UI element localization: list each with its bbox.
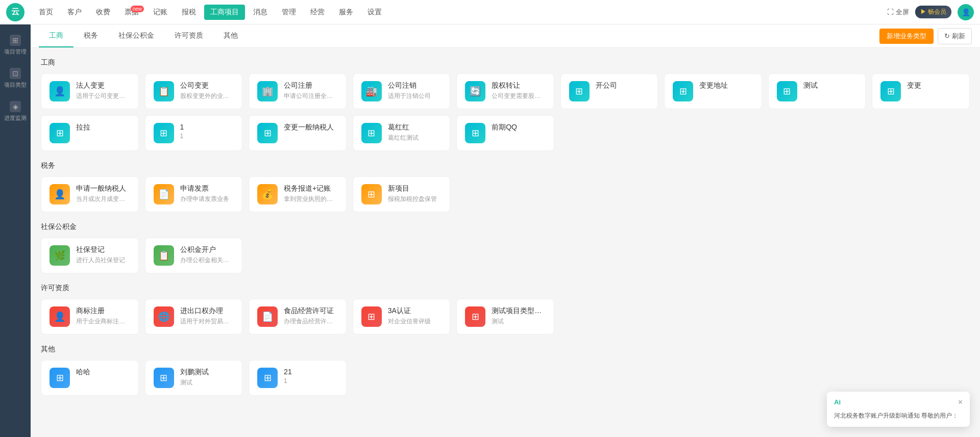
nav-tax[interactable]: 报税 xyxy=(176,5,202,20)
card-icon-lala: ⊞ xyxy=(50,123,70,143)
card-title-food-license: 食品经营许可证 xyxy=(284,306,338,316)
nav-settings[interactable]: 设置 xyxy=(361,5,388,20)
card-change1[interactable]: ⊞ 变更 xyxy=(872,73,970,109)
right-actions: ⛶ 全屏 ▶ 畅会员 👤 xyxy=(887,4,974,20)
card-mahonghong[interactable]: ⊞ 葛红红 葛红红测试 xyxy=(353,115,451,151)
nav-items: 首页 客户 收费 票据 new 记账 报税 工商项目 消息 管理 经营 服务 设… xyxy=(33,5,887,20)
nav-services[interactable]: 服务 xyxy=(333,5,359,20)
card-desc-trademark: 用于企业商标注册服务 xyxy=(76,317,130,326)
refresh-button[interactable]: ↻ 刷新 xyxy=(938,28,972,44)
card-test1[interactable]: ⊞ 测试 xyxy=(768,73,866,109)
card-desc-food-license: 办理食品经营许可证 xyxy=(284,317,338,326)
social-section-title: 社保公积金 xyxy=(41,222,970,232)
tab-others[interactable]: 其他 xyxy=(213,25,248,47)
card-num21[interactable]: ⊞ 21 1 xyxy=(249,360,347,396)
card-title-tax-accounting: 税务报道+记账 xyxy=(284,184,338,193)
card-desc-num1: 1 xyxy=(180,133,234,140)
card-legal-change[interactable]: 👤 法人变更 适用于公司变更法人 xyxy=(41,73,139,109)
social-section: 社保公积金 🌿 社保登记 进行人员社保登记 📋 公积金开户 办理公积金相关 xyxy=(41,222,970,273)
card-title-test1: 测试 xyxy=(803,81,857,90)
card-desc-mahonghong: 葛红红测试 xyxy=(388,134,442,142)
card-desc-import-export: 适用于对外贸易经营者 xyxy=(180,317,234,326)
nav-operations[interactable]: 经营 xyxy=(304,5,331,20)
card-title-test-type-def: 测试项目类型目定义 xyxy=(492,306,546,316)
card-desc-liupeng-test: 测试 xyxy=(180,378,234,387)
card-desc-apply-taxpayer: 当月或次月成变更完成 xyxy=(76,195,130,203)
tab-social[interactable]: 社保公积金 xyxy=(108,25,164,47)
tab-industry[interactable]: 工商 xyxy=(39,25,74,47)
card-test-type-def[interactable]: ⊞ 测试项目类型目定义 测试 xyxy=(456,299,554,335)
app-logo[interactable]: 云 xyxy=(6,3,24,21)
vip-button[interactable]: ▶ 畅会员 xyxy=(915,6,951,18)
card-icon-new-project: ⊞ xyxy=(361,184,382,204)
license-section: 许可资质 👤 商标注册 用于企业商标注册服务 🌐 进出口权办理 适用于对外 xyxy=(41,284,970,335)
nav-accounting[interactable]: 记账 xyxy=(147,5,174,20)
nav-clients[interactable]: 客户 xyxy=(61,5,88,20)
nav-messages[interactable]: 消息 xyxy=(247,5,274,20)
card-icon-trademark: 👤 xyxy=(50,306,70,327)
card-tax-accounting[interactable]: 💰 税务报道+记账 拿到营业执照的新公司 xyxy=(249,176,347,212)
card-desc-legal-change: 适用于公司变更法人 xyxy=(76,92,130,100)
sidebar-item-project-types[interactable]: ⊡ 项目类型 xyxy=(0,64,31,93)
fullscreen-button[interactable]: ⛶ 全屏 xyxy=(887,8,909,17)
card-3a-cert[interactable]: ⊞ 3A认证 对企业信誉评级 xyxy=(353,299,451,335)
tax-cards-grid: 👤 申请一般纳税人 当月或次月成变更完成 📄 申请发票 办理申请发票业务 xyxy=(41,176,970,212)
card-icon-company-cancel: 🏭 xyxy=(361,81,382,101)
card-haha[interactable]: ⊞ 哈哈 xyxy=(41,360,139,396)
notification-title: Ai xyxy=(834,398,841,406)
card-icon-tax-accounting: 💰 xyxy=(257,184,278,204)
card-lala[interactable]: ⊞ 拉拉 xyxy=(41,115,139,151)
top-navigation: 云 首页 客户 收费 票据 new 记账 报税 工商项目 消息 管理 经营 服务… xyxy=(0,0,980,24)
card-company-register[interactable]: 🏢 公司注册 申请公司注册全流程 xyxy=(249,73,347,109)
sidebar: ⊞ 项目管理 ⊡ 项目类型 ◈ 进度监测 xyxy=(0,24,31,414)
new-badge: new xyxy=(131,6,144,12)
card-apply-taxpayer[interactable]: 👤 申请一般纳税人 当月或次月成变更完成 xyxy=(41,176,139,212)
card-food-license[interactable]: 📄 食品经营许可证 办理食品经营许可证 xyxy=(249,299,347,335)
sidebar-item-project-mgmt[interactable]: ⊞ 项目管理 xyxy=(0,31,31,60)
card-title-apply-invoice: 申请发票 xyxy=(180,184,234,193)
card-title-early-qq: 前期QQ xyxy=(492,123,546,132)
card-trademark[interactable]: 👤 商标注册 用于企业商标注册服务 xyxy=(41,299,139,335)
card-early-qq[interactable]: ⊞ 前期QQ xyxy=(456,115,554,151)
card-change-address[interactable]: ⊞ 变更地址 xyxy=(664,73,762,109)
sidebar-item-progress[interactable]: ◈ 进度监测 xyxy=(0,97,31,126)
card-icon-social-register: 🌿 xyxy=(50,245,70,266)
card-desc-num21: 1 xyxy=(284,377,338,384)
card-num1[interactable]: ⊞ 1 1 xyxy=(145,115,243,151)
nav-industry[interactable]: 工商项目 xyxy=(204,5,245,20)
card-icon-haha: ⊞ xyxy=(50,368,70,388)
card-company-change[interactable]: 📋 公司变更 股权变更外的业务变更 xyxy=(145,73,243,109)
social-cards-grid: 🌿 社保登记 进行人员社保登记 📋 公积金开户 办理公积金相关业务 xyxy=(41,238,970,273)
card-import-export[interactable]: 🌐 进出口权办理 适用于对外贸易经营者 xyxy=(145,299,243,335)
nav-home[interactable]: 首页 xyxy=(33,5,59,20)
nav-invoices[interactable]: 票据 new xyxy=(118,5,145,20)
industry-section-title: 工商 xyxy=(41,58,970,67)
nav-management[interactable]: 管理 xyxy=(276,5,302,20)
card-equity-transfer[interactable]: 🔄 股权转让 公司变更需要股权转让 xyxy=(456,73,554,109)
card-icon-early-qq: ⊞ xyxy=(465,123,485,143)
license-cards-grid: 👤 商标注册 用于企业商标注册服务 🌐 进出口权办理 适用于对外贸易经营者 xyxy=(41,299,970,335)
card-new-project[interactable]: ⊞ 新项目 报税加税控盘保管 xyxy=(353,176,451,212)
card-company-cancel[interactable]: 🏭 公司注销 适用于注销公司 xyxy=(353,73,451,109)
card-apply-invoice[interactable]: 📄 申请发票 办理申请发票业务 xyxy=(145,176,243,212)
content-area: 工商 👤 法人变更 适用于公司变更法人 📋 公司变更 xyxy=(31,48,980,414)
user-avatar[interactable]: 👤 xyxy=(958,4,974,20)
tab-license[interactable]: 许可资质 xyxy=(164,25,213,47)
nav-billing[interactable]: 收费 xyxy=(90,5,116,20)
card-open-company[interactable]: ⊞ 开公司 xyxy=(560,73,658,109)
card-liupeng-test[interactable]: ⊞ 刘鹏测试 测试 xyxy=(145,360,243,396)
notification-popup: Ai × 河北税务数字账户升级影响通知 尊敬的用户： xyxy=(827,392,970,414)
card-icon-mahonghong: ⊞ xyxy=(361,123,382,143)
card-social-register[interactable]: 🌿 社保登记 进行人员社保登记 xyxy=(41,238,139,273)
card-icon-apply-taxpayer: 👤 xyxy=(50,184,70,204)
card-icon-change-address: ⊞ xyxy=(673,81,693,101)
new-type-button[interactable]: 新增业务类型 xyxy=(879,29,934,44)
notification-close-button[interactable]: × xyxy=(958,398,963,407)
card-change-taxpayer[interactable]: ⊞ 变更一般纳税人 xyxy=(249,115,347,151)
card-fund-account[interactable]: 📋 公积金开户 办理公积金相关业务 xyxy=(145,238,243,273)
card-title-3a-cert: 3A认证 xyxy=(388,306,442,316)
industry-cards-grid: 👤 法人变更 适用于公司变更法人 📋 公司变更 股权变更外的业务变更 xyxy=(41,73,970,151)
notification-header: Ai × xyxy=(834,398,963,407)
card-title-legal-change: 法人变更 xyxy=(76,81,130,90)
tab-tax[interactable]: 税务 xyxy=(74,25,108,47)
